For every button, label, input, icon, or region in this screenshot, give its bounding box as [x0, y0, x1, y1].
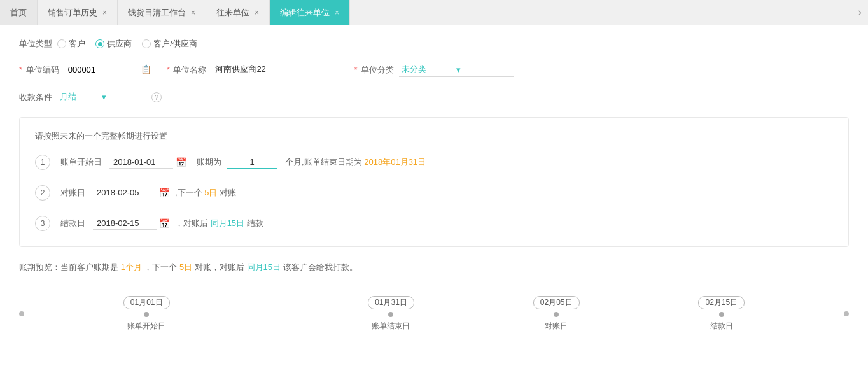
- period-row2-label: 对账日: [60, 187, 85, 199]
- close-tab-partner[interactable]: ×: [255, 8, 259, 17]
- period-row1-calendar-icon[interactable]: 📅: [176, 157, 186, 167]
- unit-code-field: * 单位编码 📋: [19, 64, 151, 76]
- timeline-start-dot: [19, 311, 24, 316]
- timeline-badge-1: 01月01日: [123, 296, 170, 309]
- timeline-line-5: [745, 314, 844, 314]
- period-row-2: 2 对账日 📅 ,下一个 5日 对账: [35, 185, 833, 201]
- timeline-label-1: 账单开始日: [127, 321, 165, 332]
- period-row3-day-highlight: 同月15日: [211, 218, 244, 228]
- timeline-badge-3: 02月05日: [533, 296, 580, 309]
- unit-category-dropdown[interactable]: 未分类 ▾: [399, 62, 514, 77]
- unit-code-label: * 单位编码: [19, 64, 59, 76]
- payment-terms-row: 收款条件 月结 ▾ ?: [19, 90, 849, 104]
- unit-name-input[interactable]: [211, 64, 339, 76]
- tab-bar: 首页 销售订单历史 × 钱货日清工作台 × 往来单位 × 编辑往来单位 × ›: [0, 0, 868, 25]
- period-row2-date-input[interactable]: [93, 186, 157, 199]
- unit-info-row: * 单位编码 📋 * 单位名称 * 单位分类 未分类 ▾: [19, 62, 849, 77]
- period-row1-months-input[interactable]: [227, 156, 277, 169]
- radio-circle-supplier: [95, 39, 104, 48]
- tab-edit-partner[interactable]: 编辑往来单位 ×: [270, 0, 350, 25]
- timeline-badge-2: 01月31日: [368, 296, 414, 309]
- timeline-line-1: [24, 314, 123, 314]
- timeline-dot-1: [144, 312, 149, 317]
- timeline-point-3: 02月05日 对账日: [533, 296, 580, 332]
- period-num-1: 1: [35, 155, 50, 170]
- timeline-dot-2: [388, 312, 393, 317]
- payment-terms-arrow-icon: ▾: [102, 92, 144, 102]
- period-box-title: 请按照未来的一个完整帐期进行设置: [35, 130, 833, 142]
- period-row2-day-highlight: 5日: [204, 188, 217, 197]
- period-row2-desc: ,下一个 5日 对账: [175, 187, 236, 199]
- period-row1-suffix-post: 个月,账单结束日期为 2018年01月31日: [285, 157, 426, 168]
- unit-type-radio-group: 客户 供应商 客户/供应商: [57, 38, 197, 50]
- tab-home[interactable]: 首页: [0, 0, 38, 25]
- period-row3-date-input[interactable]: [93, 217, 157, 230]
- tab-expand-icon[interactable]: ›: [851, 6, 868, 19]
- radio-customer[interactable]: 客户: [57, 38, 85, 50]
- period-row1-date-input[interactable]: [109, 156, 173, 169]
- period-row-1: 1 账单开始日 📅 账期为 个月,账单结束日期为 2018年01月31日: [35, 155, 833, 170]
- period-row2-calendar-icon[interactable]: 📅: [159, 188, 170, 198]
- timeline-line-3: [414, 314, 533, 314]
- close-tab-sales-history[interactable]: ×: [102, 8, 107, 17]
- unit-type-row: 单位类型 客户 供应商 客户/供应商: [19, 38, 849, 50]
- period-row-3: 3 结款日 📅 ，对账后 同月15日 结款: [35, 216, 833, 231]
- timeline-dot-3: [554, 312, 559, 317]
- payment-terms-field: 收款条件 月结 ▾ ?: [19, 90, 162, 104]
- payment-terms-dropdown[interactable]: 月结 ▾: [57, 90, 146, 104]
- unit-category-label: * 单位分类: [354, 64, 394, 76]
- main-content: 单位类型 客户 供应商 客户/供应商 * 单位编码: [0, 25, 868, 387]
- period-row3-calendar-icon[interactable]: 📅: [159, 218, 170, 229]
- payment-terms-help-icon[interactable]: ?: [151, 92, 162, 102]
- period-row1-end-date: 2018年01月31日: [364, 157, 426, 167]
- timeline-line-2: [170, 314, 368, 314]
- close-tab-cash-workbench[interactable]: ×: [191, 8, 195, 17]
- timeline-label-3: 对账日: [545, 321, 568, 332]
- timeline-point-1: 01月01日 账单开始日: [123, 296, 170, 332]
- close-tab-edit-partner[interactable]: ×: [335, 8, 339, 17]
- radio-circle-customer-supplier: [142, 39, 151, 48]
- timeline-dot-4: [719, 312, 724, 317]
- timeline-line-4: [580, 314, 699, 314]
- period-row3-desc: ，对账后 同月15日 结款: [175, 218, 263, 229]
- period-row1-label: 账单开始日: [60, 157, 102, 168]
- unit-type-field: 单位类型 客户 供应商 客户/供应商: [19, 38, 197, 50]
- timeline-badge-4: 02月15日: [698, 296, 745, 309]
- preview-text: 账期预览：当前客户账期是 1个月 ，下一个 5日 对账，对账后 同月15日 该客…: [19, 260, 849, 274]
- unit-code-copy-icon[interactable]: 📋: [141, 64, 151, 74]
- tab-cash-workbench[interactable]: 钱货日清工作台 ×: [118, 0, 206, 25]
- unit-code-input[interactable]: [64, 64, 141, 76]
- timeline-label-2: 账单结束日: [372, 321, 410, 332]
- radio-circle-customer: [57, 39, 66, 48]
- unit-type-label: 单位类型: [19, 38, 52, 50]
- timeline: 01月01日 账单开始日 01月31日 账单结束日 02月05日 对账日 02月…: [19, 290, 849, 338]
- tab-partner[interactable]: 往来单位 ×: [206, 0, 270, 25]
- radio-supplier[interactable]: 供应商: [95, 38, 132, 50]
- tab-sales-history[interactable]: 销售订单历史 ×: [38, 0, 118, 25]
- unit-code-input-wrapper: 📋: [64, 64, 151, 76]
- unit-category-field: * 单位分类 未分类 ▾: [354, 62, 514, 77]
- preview-pay-highlight: 同月15日: [247, 262, 281, 272]
- preview-month-highlight: 1个月: [121, 262, 142, 272]
- timeline-point-2: 01月31日 账单结束日: [368, 296, 414, 332]
- period-row1-suffix-pre: 账期为: [197, 157, 221, 168]
- timeline-label-4: 结款日: [710, 321, 733, 332]
- unit-name-field: * 单位名称: [167, 64, 339, 76]
- period-settings-box: 请按照未来的一个完整帐期进行设置 1 账单开始日 📅 账期为 个月,账单结束日期…: [19, 117, 849, 247]
- period-num-3: 3: [35, 216, 50, 231]
- radio-customer-supplier[interactable]: 客户/供应商: [142, 38, 197, 50]
- payment-terms-label: 收款条件: [19, 92, 52, 103]
- period-row3-label: 结款日: [60, 218, 85, 229]
- period-num-2: 2: [35, 185, 50, 201]
- preview-day-highlight: 5日: [179, 262, 192, 272]
- timeline-end-dot: [844, 311, 849, 316]
- unit-category-arrow-icon: ▾: [456, 65, 511, 74]
- timeline-point-4: 02月15日 结款日: [698, 296, 745, 332]
- unit-name-label: * 单位名称: [167, 64, 207, 76]
